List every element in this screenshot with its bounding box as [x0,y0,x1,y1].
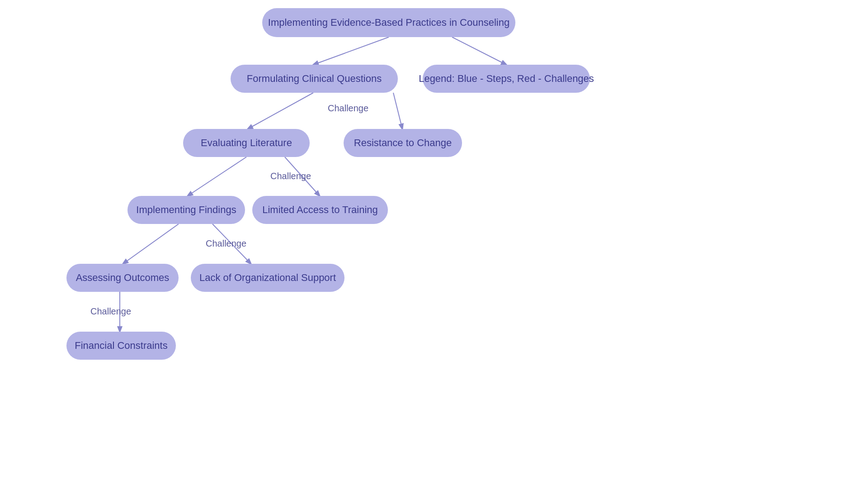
challenge-label-3: Challenge [206,238,246,249]
challenge-label-4: Challenge [90,306,131,317]
svg-line-4 [188,157,246,196]
diagram-container: Implementing Evidence-Based Practices in… [0,0,868,490]
node-legend: Legend: Blue - Steps, Red - Challenges [423,65,590,93]
svg-line-0 [313,37,389,65]
svg-line-2 [248,93,313,129]
challenge-label-2: Challenge [270,171,311,181]
node-formulating: Formulating Clinical Questions [231,65,398,93]
node-lack: Lack of Organizational Support [191,264,344,292]
node-resistance: Resistance to Change [344,129,462,157]
challenge-label-1: Challenge [328,103,368,114]
svg-line-3 [393,93,402,129]
svg-line-1 [452,37,506,65]
node-assessing: Assessing Outcomes [66,264,179,292]
node-financial: Financial Constraints [66,332,176,360]
node-root: Implementing Evidence-Based Practices in… [262,8,515,37]
svg-line-6 [123,224,179,264]
node-implementing: Implementing Findings [127,196,245,224]
node-evaluating: Evaluating Literature [183,129,310,157]
node-limited: Limited Access to Training [252,196,388,224]
